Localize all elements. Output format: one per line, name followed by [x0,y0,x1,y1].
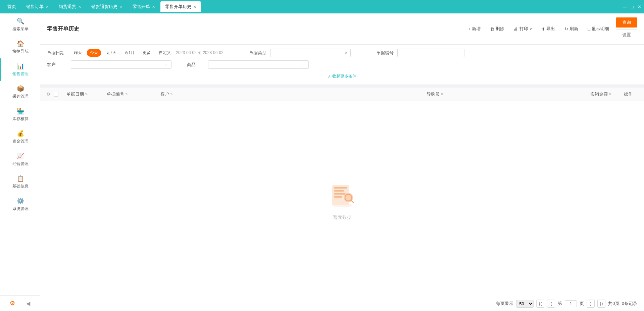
export-icon: ⬆ [541,27,545,32]
page-size-label: 每页显示 [496,301,513,307]
page-next-button[interactable]: ⟩ [587,300,595,308]
th-number[interactable]: 单据编号 ⇅ [104,91,158,97]
sidebar-item-operation[interactable]: 📈 经营管理 [0,148,40,171]
refresh-icon: ↻ [564,27,568,32]
date-today[interactable]: 今天 [87,49,101,57]
page-first-button[interactable]: ⟨⟨ [536,300,544,308]
page-prev-button[interactable]: ⟨ [547,300,555,308]
th-amount-label: 实销金额 [590,91,608,97]
export-button[interactable]: ⬆ 导出 [539,24,558,33]
sidebar-item-search[interactable]: 🔍 搜索采单 [0,13,40,36]
sidebar-item-finance[interactable]: 💰 资金管理 [0,126,40,148]
add-button[interactable]: + 新增 [465,24,484,33]
finance-icon: 💰 [17,130,24,137]
window-close[interactable]: ✕ [638,4,641,9]
sidebar-item-system-label: 系统管理 [12,206,29,212]
sales-icon: 📊 [17,62,24,70]
sidebar-item-search-label: 搜索采单 [12,26,29,32]
th-date[interactable]: 单据日期 ⇅ [64,91,104,97]
inventory-icon: 🏪 [17,107,24,115]
delete-label: 删除 [496,26,504,32]
window-minimize[interactable]: — [623,4,627,9]
svg-line-8 [351,200,353,203]
window-maximize[interactable]: □ [631,4,634,9]
th-customer-label: 客户 [160,91,169,97]
tab-retail-open-history-close[interactable]: ✕ [193,5,196,9]
tab-sales-return-history[interactable]: 销货退货历史 ✕ [87,1,127,12]
svg-rect-5 [334,196,342,198]
sidebar-item-system[interactable]: ⚙️ 系统管理 [0,193,40,216]
th-guide[interactable]: 导购员 ⇅ [424,91,457,97]
collapse-bar[interactable]: ∧ 收起更多条件 [47,72,637,81]
home-icon: 🏠 [17,40,24,47]
tab-sales-return-label: 销货退货 [59,4,76,10]
print-button[interactable]: 🖨 打印 ∨ [511,24,535,33]
order-num-filter: 单据编号 [376,49,464,57]
order-num-input[interactable] [397,49,464,57]
customer-label: 客户 [47,62,65,68]
date-custom[interactable]: 自定义 [156,49,174,57]
print-arrow-icon: ∨ [530,27,532,31]
sidebar-collapse-icon[interactable]: ◀ [26,300,30,307]
sidebar-item-purchase[interactable]: 📦 采购管理 [0,81,40,103]
delete-button[interactable]: 🗑 删除 [487,24,507,33]
page-number-input[interactable] [565,300,577,307]
th-customer[interactable]: 客户 ⇅ [158,91,424,97]
sidebar-bottom: ⚙ ◀ [0,295,40,311]
th-amount-sort-icon: ⇅ [609,92,611,96]
tab-home[interactable]: 首页 [3,1,21,12]
sidebar-item-inventory[interactable]: 🏪 库存核算 [0,103,40,126]
refresh-button[interactable]: ↻ 刷新 [562,24,581,33]
tab-sales-return[interactable]: 销货退货 ✕ [54,1,86,12]
delete-icon: 🗑 [490,27,494,32]
date-more[interactable]: 更多 [140,49,154,57]
tab-bar: 首页 销售订单 ✕ 销货退货 ✕ 销货退货历史 ✕ 零售开单 ✕ 零售开单历史 … [0,0,644,13]
tab-retail-open-close[interactable]: ✕ [152,5,155,9]
page-size-select[interactable]: 50 20 100 [516,300,534,308]
tab-retail-open-history[interactable]: 零售开单历史 ✕ [160,1,201,12]
sidebar-item-finance-label: 资金管理 [12,139,29,144]
basic-icon: 📋 [17,175,24,182]
tab-retail-open[interactable]: 零售开单 ✕ [128,1,160,12]
page-last-button[interactable]: ⟩⟩ [597,300,605,308]
th-date-label: 单据日期 [66,91,84,97]
tab-home-label: 首页 [7,4,16,10]
goods-label: 商品 [187,62,205,68]
date-group: 昨天 今天 近7天 近1月 更多 自定义 2023-06-02 至 2023-0… [71,49,224,57]
display-detail-button[interactable]: □ 显示明细 [585,24,612,33]
goods-input[interactable]: ··· [208,60,309,69]
query-button[interactable]: 查询 [616,17,637,28]
sidebar: 🔍 搜索采单 🏠 快捷导航 📊 销售管理 📦 采购管理 🏪 库存核算 💰 资金管… [0,13,40,311]
filter-row-1: 单据日期 昨天 今天 近7天 近1月 更多 自定义 2023-06-02 至 2… [47,49,637,57]
th-date-sort-icon: ⇅ [85,92,88,96]
column-settings-button[interactable]: ⚙ [43,92,54,97]
customer-input[interactable]: ··· [71,60,171,69]
date-label: 单据日期 [47,50,65,56]
toolbar: + 新增 🗑 删除 🖨 打印 ∨ ⬆ 导出 ↻ 刷新 [465,17,637,40]
th-amount[interactable]: 实销金额 ⇅ [588,91,621,97]
tab-sales-return-close[interactable]: ✕ [78,5,81,9]
select-all-checkbox[interactable] [54,92,64,97]
order-type-filter: 单据类型 ∨ [249,49,351,57]
svg-rect-4 [334,193,346,195]
settings-button[interactable]: 设置 [616,30,637,40]
svg-rect-2 [334,187,347,189]
date-yesterday[interactable]: 昨天 [71,49,85,57]
date-1month[interactable]: 近1月 [121,49,138,57]
search-icon: 🔍 [17,17,24,25]
print-label: 打印 [519,26,528,32]
sidebar-item-sales[interactable]: 📊 销售管理 [0,58,40,81]
tab-sales-return-history-close[interactable]: ✕ [119,5,122,9]
table-header: ⚙ 单据日期 ⇅ 单据编号 ⇅ 客户 ⇅ 导购员 ⇅ [40,88,644,101]
tab-sales-order-close[interactable]: ✕ [46,5,49,9]
order-num-label: 单据编号 [376,50,395,56]
date-7days[interactable]: 近7天 [103,49,119,57]
filter-panel: 单据日期 昨天 今天 近7天 近1月 更多 自定义 2023-06-02 至 2… [40,45,644,85]
order-type-select[interactable]: ∨ [270,49,351,57]
pagination: 每页显示 50 20 100 ⟨⟨ ⟨ 第 页 ⟩ ⟩⟩ 共0页, 0条记录 [40,296,644,311]
sidebar-settings-icon[interactable]: ⚙ [10,300,15,307]
tab-sales-order[interactable]: 销售订单 ✕ [21,1,53,12]
sidebar-item-basic[interactable]: 📋 基础信息 [0,171,40,193]
sidebar-item-quick-nav[interactable]: 🏠 快捷导航 [0,36,40,58]
table-container: ⚙ 单据日期 ⇅ 单据编号 ⇅ 客户 ⇅ 导购员 ⇅ [40,88,644,296]
